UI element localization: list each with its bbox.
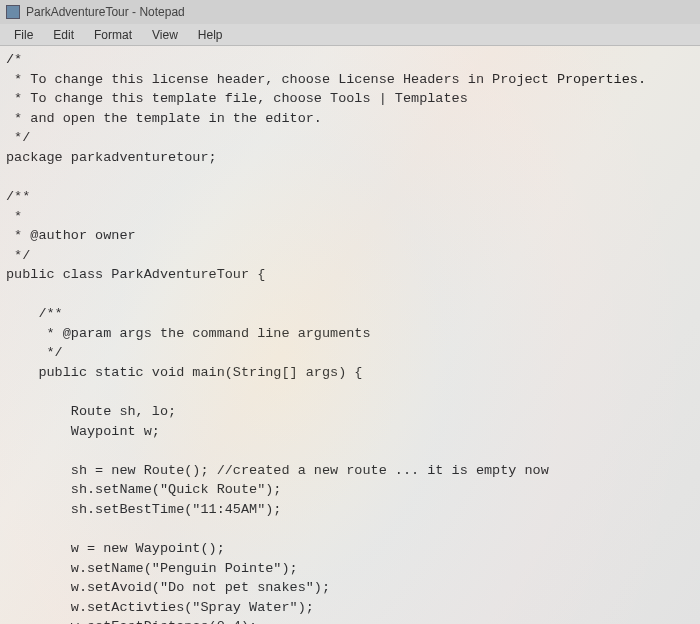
code-line: Route sh, lo; bbox=[6, 404, 176, 419]
code-line: public static void main(String[] args) { bbox=[6, 365, 362, 380]
code-line: w.setName("Penguin Pointe"); bbox=[6, 561, 298, 576]
code-line: */ bbox=[6, 345, 63, 360]
code-line: Waypoint w; bbox=[6, 424, 160, 439]
code-line: /* bbox=[6, 52, 22, 67]
code-line: * bbox=[6, 209, 22, 224]
code-line: package parkadventuretour; bbox=[6, 150, 217, 165]
code-line: w = new Waypoint(); bbox=[6, 541, 225, 556]
code-line: sh.setName("Quick Route"); bbox=[6, 482, 281, 497]
menu-view[interactable]: View bbox=[142, 26, 188, 44]
menu-file[interactable]: File bbox=[4, 26, 43, 44]
code-line: /** bbox=[6, 306, 63, 321]
menu-bar: File Edit Format View Help bbox=[0, 24, 700, 46]
code-line: sh.setBestTime("11:45AM"); bbox=[6, 502, 281, 517]
code-line: * @author owner bbox=[6, 228, 136, 243]
menu-edit[interactable]: Edit bbox=[43, 26, 84, 44]
window-titlebar: ParkAdventureTour - Notepad bbox=[0, 0, 700, 24]
code-line: * @param args the command line arguments bbox=[6, 326, 371, 341]
code-line: */ bbox=[6, 130, 30, 145]
menu-help[interactable]: Help bbox=[188, 26, 233, 44]
code-line: /** bbox=[6, 189, 30, 204]
code-line: w.setActivties("Spray Water"); bbox=[6, 600, 314, 615]
code-line: sh = new Route(); //created a new route … bbox=[6, 463, 549, 478]
code-line: public class ParkAdventureTour { bbox=[6, 267, 265, 282]
text-editor-area[interactable]: /* * To change this license header, choo… bbox=[0, 46, 700, 624]
menu-format[interactable]: Format bbox=[84, 26, 142, 44]
code-line: */ bbox=[6, 248, 30, 263]
code-line: w.setEastDistance(0.4); bbox=[6, 619, 257, 624]
code-line: w.setAvoid("Do not pet snakes"); bbox=[6, 580, 330, 595]
window-title: ParkAdventureTour - Notepad bbox=[26, 5, 185, 19]
code-line: * To change this template file, choose T… bbox=[6, 91, 468, 106]
app-icon bbox=[6, 5, 20, 19]
code-line: * and open the template in the editor. bbox=[6, 111, 322, 126]
code-line: * To change this license header, choose … bbox=[6, 72, 646, 87]
